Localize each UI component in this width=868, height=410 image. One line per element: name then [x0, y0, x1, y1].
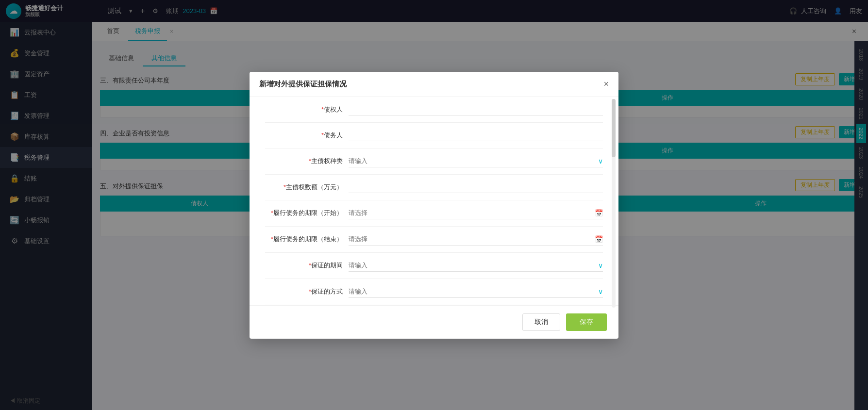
dialog-body: *债权人*债务人*主债权种类∨*主债权数额（万元）*履行债务的期限（开始）📅*履… [250, 97, 618, 305]
form-row-period-start: *履行债务的期限（开始）📅 [265, 200, 603, 227]
required-mark: * [271, 209, 273, 216]
select-wrap-guarantee-period[interactable]: ∨ [349, 260, 603, 272]
required-mark: * [309, 262, 311, 269]
form-label-debt-amount: *主债权数额（万元） [265, 183, 343, 192]
form-label-period-end: *履行债务的期限（结束） [265, 235, 343, 244]
form-row-guarantee-method: *保证的方式∨ [265, 279, 603, 305]
select-arrow-debt-type: ∨ [598, 157, 603, 165]
required-mark: * [321, 106, 324, 113]
select-wrap-guarantee-method[interactable]: ∨ [349, 286, 603, 298]
form-row-debt-type: *主债权种类∨ [265, 148, 603, 175]
form-row-debt-amount: *主债权数额（万元） [265, 175, 603, 200]
required-mark: * [284, 183, 286, 191]
form-row-creditor: *债权人 [265, 97, 603, 123]
form-label-guarantee-period: *保证的期间 [265, 261, 343, 270]
form-label-debt-type: *主债权种类 [265, 157, 343, 165]
required-mark: * [321, 131, 324, 139]
required-mark: * [309, 157, 311, 164]
required-mark: * [271, 235, 273, 243]
dialog-title: 新增对外提供保证担保情况 [259, 80, 347, 89]
text-input-creditor[interactable] [349, 104, 603, 115]
date-wrap-period-start[interactable]: 📅 [349, 207, 603, 219]
text-input-debtor[interactable] [349, 130, 603, 141]
calendar-icon-period-start[interactable]: 📅 [595, 209, 603, 217]
dialog-overlay[interactable]: 新增对外提供保证担保情况 × *债权人*债务人*主债权种类∨*主债权数额（万元）… [0, 0, 868, 410]
text-input-debt-amount[interactable] [349, 181, 603, 193]
select-input-debt-type[interactable] [349, 157, 598, 164]
cancel-button[interactable]: 取消 [522, 313, 560, 331]
date-input-period-end[interactable] [349, 235, 595, 243]
form-label-guarantee-method: *保证的方式 [265, 287, 343, 296]
form-row-debtor: *债务人 [265, 123, 603, 148]
dialog-footer: 取消 保存 [250, 305, 618, 339]
date-input-period-start[interactable] [349, 209, 595, 216]
form-row-period-end: *履行债务的期限（结束）📅 [265, 227, 603, 253]
select-arrow-guarantee-period: ∨ [598, 262, 603, 269]
dialog: 新增对外提供保证担保情况 × *债权人*债务人*主债权种类∨*主债权数额（万元）… [250, 72, 618, 339]
form-label-debtor: *债务人 [265, 131, 343, 140]
select-wrap-debt-type[interactable]: ∨ [349, 155, 603, 167]
dialog-scrollbar [612, 99, 616, 308]
date-wrap-period-end[interactable]: 📅 [349, 233, 603, 246]
form-label-creditor: *债权人 [265, 105, 343, 114]
dialog-scrollbar-thumb [612, 99, 616, 157]
select-input-guarantee-method[interactable] [349, 288, 598, 295]
calendar-icon-period-end[interactable]: 📅 [595, 235, 603, 243]
required-mark: * [309, 288, 311, 295]
form-row-guarantee-period: *保证的期间∨ [265, 253, 603, 279]
dialog-header: 新增对外提供保证担保情况 × [250, 72, 618, 97]
dialog-close-button[interactable]: × [603, 80, 609, 88]
select-input-guarantee-period[interactable] [349, 262, 598, 269]
form-label-period-start: *履行债务的期限（开始） [265, 209, 343, 217]
save-button[interactable]: 保存 [566, 313, 607, 331]
select-arrow-guarantee-method: ∨ [598, 288, 603, 295]
